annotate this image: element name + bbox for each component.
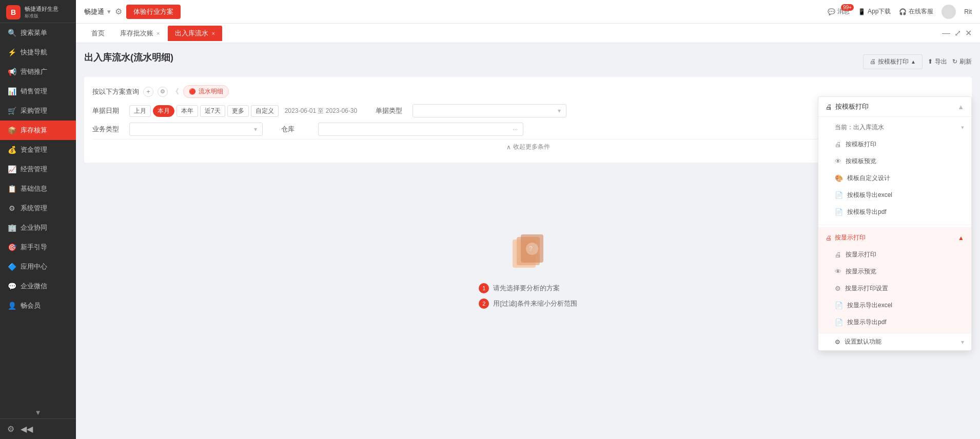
date-btn-custom[interactable]: 自定义	[251, 105, 279, 117]
dropdown-item-display-excel[interactable]: 📄 按显示导出excel	[818, 297, 971, 314]
date-btn-7days[interactable]: 近7天	[200, 105, 225, 117]
filter-collapse-left[interactable]: 《	[172, 87, 179, 96]
sidebar-item-app-center[interactable]: 🔷 应用中心	[0, 257, 76, 276]
app-name: 畅捷通好生意	[25, 5, 58, 13]
step-num-1: 1	[479, 283, 489, 293]
sidebar-item-finance[interactable]: 💰 资金管理	[0, 140, 76, 159]
tab-flow-close-icon[interactable]: ×	[211, 30, 214, 36]
dropdown-item-label: 按显示预览	[846, 267, 876, 276]
display-print-icon: 🖨	[835, 251, 841, 258]
display-section-arrow: ▲	[958, 234, 964, 242]
dropdown-item-label: 按模板预览	[846, 157, 876, 166]
warehouse-select[interactable]: ···	[318, 123, 523, 136]
type-select[interactable]: ▾	[413, 104, 566, 117]
sidebar-item-search[interactable]: 🔍 搜索菜单	[0, 23, 76, 43]
date-btn-this-year[interactable]: 本年	[177, 105, 198, 117]
box-icon: 📦	[7, 126, 16, 134]
settings-icon[interactable]: ⚙	[7, 424, 14, 434]
dropdown-collapse-arrow[interactable]: ▲	[957, 103, 964, 111]
sidebar-item-operation[interactable]: 📈 经营管理	[0, 159, 76, 179]
message-badge: 99+	[841, 4, 854, 11]
sidebar-item-label: 销售管理	[21, 87, 47, 96]
app-version: 标准版	[25, 13, 58, 19]
sidebar-item-label: 资金管理	[21, 145, 47, 154]
sidebar-item-enterprise[interactable]: 🏢 企业协同	[0, 218, 76, 237]
dropdown-item-template-pdf[interactable]: 📄 按模板导出pdf	[818, 204, 971, 221]
display-section-header[interactable]: 🖨 按显示打印 ▲	[818, 229, 971, 246]
print-arrow-up: ▲	[911, 59, 916, 65]
date-btn-more[interactable]: 更多	[227, 105, 249, 117]
sidebar-item-system[interactable]: ⚙ 系统管理	[0, 198, 76, 218]
filter-tag-flow[interactable]: 🔴 流水明细	[183, 85, 229, 98]
page-actions: 🖨 按模板打印 ▲ ⬆ 导出 ↻ 刷新	[863, 54, 972, 69]
topbar-settings-icon[interactable]: ⚙	[115, 7, 122, 16]
sidebar-item-wechat[interactable]: 💬 企业微信	[0, 276, 76, 296]
business-type-select[interactable]: ▾	[129, 123, 263, 136]
empty-steps: 1 请先选择要分析的方案 2 用[过滤]条件来缩小分析范围	[479, 283, 577, 314]
app-download-btn[interactable]: 📱 App下载	[858, 7, 891, 16]
scroll-down-button[interactable]: ▼	[34, 409, 41, 416]
dropdown-item-template-preview[interactable]: 👁 按模板预览	[818, 153, 971, 170]
current-arrow: ▾	[961, 124, 964, 131]
sidebar-item-label: 快捷导航	[21, 48, 47, 57]
online-service-btn[interactable]: 🎧 在线客服	[899, 7, 933, 16]
export-icon: ⬆	[928, 58, 933, 65]
filter-add-btn[interactable]: +	[143, 87, 153, 97]
tab-home[interactable]: 首页	[84, 26, 112, 41]
dropdown-item-display-pdf[interactable]: 📄 按显示导出pdf	[818, 314, 971, 331]
megaphone-icon: 📢	[7, 68, 16, 76]
dropdown-item-template-excel[interactable]: 📄 按模板导出excel	[818, 187, 971, 204]
printer-icon: 🖨	[870, 58, 876, 65]
sidebar-item-basic[interactable]: 📋 基础信息	[0, 179, 76, 198]
dropdown-footer[interactable]: ⚙ 设置默认功能 ▾	[818, 333, 971, 350]
date-range: 2023-06-01 至 2023-06-30	[285, 107, 357, 115]
dropdown-item-template-print[interactable]: 🖨 按模板打印	[818, 136, 971, 153]
trial-btn[interactable]: 体验行业方案	[126, 5, 181, 19]
export-btn[interactable]: ⬆ 导出	[928, 57, 947, 66]
sidebar-bottom: ⚙ ◀◀	[0, 418, 76, 439]
sidebar-item-label: 库存核算	[21, 126, 47, 135]
message-btn[interactable]: 💬 消息 99+	[828, 7, 850, 16]
dropdown-title: 🖨 按模板打印	[826, 102, 869, 111]
sidebar-item-marketing[interactable]: 📢 营销推广	[0, 62, 76, 82]
warehouse-more[interactable]: ···	[513, 126, 518, 133]
dropdown-item-label: 模板自定义设计	[847, 174, 890, 183]
sidebar-item-purchase[interactable]: 🛒 采购管理	[0, 101, 76, 121]
dropdown-template-section: 当前：出入库流水 ▾ 🖨 按模板打印 👁 按模板预览 🎨 模板自定义设计 📄	[818, 117, 971, 223]
dropdown-item-display-preview[interactable]: 👁 按显示预览	[818, 263, 971, 280]
date-btn-this-month[interactable]: 本月	[153, 105, 174, 117]
dropdown-item-label: 按显示导出pdf	[847, 318, 887, 327]
refresh-btn[interactable]: ↻ 刷新	[952, 57, 972, 66]
sidebar-item-inventory[interactable]: 📦 库存核算	[0, 121, 76, 140]
tab-batch-account[interactable]: 库存批次账 ×	[113, 26, 167, 41]
tab-minimize-btn[interactable]: —	[942, 29, 950, 38]
sidebar: B 畅捷通好生意 标准版 🔍 搜索菜单 ⚡ 快捷导航 📢 营销推广 📊 销售管理…	[0, 0, 76, 439]
sidebar-item-guide[interactable]: 🎯 新手引导	[0, 237, 76, 257]
sidebar-item-quick-nav[interactable]: ⚡ 快捷导航	[0, 43, 76, 62]
date-label: 单据日期	[92, 106, 121, 115]
dropdown-item-display-settings[interactable]: ⚙ 按显示打印设置	[818, 280, 971, 297]
collapse-icon[interactable]: ◀◀	[21, 424, 33, 434]
sidebar-item-member[interactable]: 👤 畅会员	[0, 296, 76, 315]
tab-maximize-btn[interactable]: ⤢	[954, 28, 961, 38]
building-icon: 🏢	[7, 224, 16, 232]
step-2-label: 用[过滤]条件来缩小分析范围	[493, 299, 577, 308]
dropdown-item-display-print[interactable]: 🖨 按显示打印	[818, 246, 971, 263]
sidebar-item-sales[interactable]: 📊 销售管理	[0, 82, 76, 101]
sidebar-scroll-down[interactable]: ▼	[0, 407, 76, 418]
tab-close-all-btn[interactable]: ✕	[965, 28, 972, 38]
message-icon: 💬	[828, 8, 835, 15]
dropdown-item-template-design[interactable]: 🎨 模板自定义设计	[818, 170, 971, 187]
filter-settings-btn[interactable]: ⚙	[158, 87, 168, 97]
user-icon: 👤	[7, 302, 16, 310]
template-print-btn[interactable]: 🖨 按模板打印 ▲	[863, 54, 923, 69]
tab-flow[interactable]: 出入库流水 ×	[168, 26, 222, 41]
dropdown-item-label: 按显示导出excel	[847, 301, 892, 310]
tab-batch-close-icon[interactable]: ×	[156, 30, 160, 36]
diamond-icon: 🔷	[7, 263, 16, 271]
step-1-label: 请先选择要分析的方案	[493, 284, 560, 293]
user-avatar[interactable]	[942, 5, 956, 19]
user-dropdown-icon[interactable]: ▾	[107, 8, 111, 15]
tab-flow-label: 出入库流水	[175, 29, 208, 38]
date-btn-last-month[interactable]: 上月	[129, 105, 151, 117]
